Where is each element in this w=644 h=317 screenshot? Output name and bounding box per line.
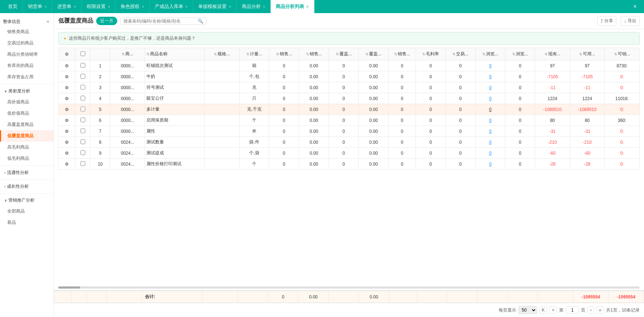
cell-browse1[interactable]: 0 [475,137,505,148]
export-button[interactable]: ↓ 导出 [621,16,640,26]
row-checkbox[interactable] [80,107,85,111]
row-checkbox[interactable] [80,96,85,100]
cell-browse1[interactable]: 0 [475,126,505,137]
search-icon[interactable]: 🔍 [198,19,203,24]
cell-settings[interactable]: ⚙ [59,60,75,71]
nav-templates-close[interactable]: × [229,4,231,9]
cell-check[interactable] [75,126,90,137]
sidebar-item-stock-goods[interactable]: 有库存的商品 [0,60,54,71]
col-header-cover-qty[interactable]: ⇅覆盖... [329,48,359,60]
cell-settings[interactable]: ⚙ [59,137,75,148]
first-page-btn[interactable]: K [539,306,547,314]
sidebar-item-new-goods[interactable]: 新品 [0,217,54,228]
col-header-browse2[interactable]: ⇅浏览... [505,48,535,60]
col-header-avail[interactable]: ⇅可用... [570,48,605,60]
row-checkbox[interactable] [80,161,85,166]
cell-check[interactable] [75,82,90,93]
cell-browse1[interactable]: 0 [475,82,505,93]
horizontal-scrollbar[interactable] [58,286,640,289]
nav-permissions-close[interactable]: × [108,4,110,9]
col-header-browse1[interactable]: ⇅浏览... [475,48,505,60]
nav-purchase-close[interactable]: × [74,4,76,9]
cell-settings[interactable]: ⚙ [59,159,75,170]
cell-settings[interactable]: ⚙ [59,93,75,104]
cell-settings[interactable]: ⚙ [59,115,75,126]
col-header-spec[interactable]: ⇅规格... [205,48,240,60]
sidebar-item-all-goods[interactable]: 全部商品 [0,206,54,217]
cell-check[interactable] [75,104,90,115]
nav-products-in-close[interactable]: × [185,4,188,9]
cell-settings[interactable]: ⚙ [59,126,75,137]
sidebar-item-low-profit[interactable]: 低毛利商品 [0,153,54,164]
search-input[interactable] [123,19,196,24]
col-header-cover-amt[interactable]: ⇅覆盖... [359,48,389,60]
share-button[interactable]: ⤴ 分享 [597,16,616,26]
nav-products-in[interactable]: 产成品入库单 × [150,0,193,13]
cell-settings[interactable]: ⚙ [59,71,75,82]
cell-check[interactable] [75,148,90,159]
cell-browse1[interactable]: 0 [475,71,505,82]
sidebar-item-low-value[interactable]: 低价值商品 [0,108,54,119]
sidebar-item-low-cover[interactable]: 低覆盖度商品 [0,130,54,142]
window-close[interactable]: × [629,3,641,10]
per-page-select[interactable]: 50 20 100 200 [518,306,537,314]
nav-sales[interactable]: 销货单 × [23,0,52,13]
table-container[interactable]: ⚙ ⇅商... ⇅商品名称 ⇅规格... ⇅计量... ⇅销售... ⇅销售..… [54,48,644,285]
col-header-sales-amt[interactable]: ⇅销售... [299,48,329,60]
cell-browse1[interactable]: 0 [475,148,505,159]
sidebar-section-marketing[interactable]: ∨ 营销推广分析 [0,195,54,206]
sidebar-item-category-rate[interactable]: 商品分类动销率 [0,49,54,60]
prev-page-btn[interactable]: < [549,306,557,314]
sidebar-item-sales-goods[interactable]: 销售类商品 [0,26,54,37]
select-all-checkbox[interactable] [80,51,85,56]
col-header-sales-qty[interactable]: ⇅销售... [269,48,299,60]
nav-purchase[interactable]: 进货单 × [52,0,81,13]
nav-analysis-close[interactable]: × [263,4,265,9]
nav-sales-close[interactable]: × [44,4,47,9]
col-header-gross[interactable]: ⇅毛利率 [416,48,445,60]
nav-analysis[interactable]: 商品分析 × [237,0,271,13]
row-checkbox[interactable] [80,139,85,144]
sidebar-item-traded-goods[interactable]: 交易过的商品 [0,37,54,49]
cell-browse1[interactable]: 0 [475,60,505,71]
cell-settings[interactable]: ⚙ [59,104,75,115]
last-page-btn[interactable]: » [596,306,604,314]
col-header-name[interactable]: ⇅商品名称 [145,48,205,60]
cell-check[interactable] [75,115,90,126]
sidebar-section-circulation[interactable]: › 流通性分析 [0,167,54,178]
row-checkbox[interactable] [80,85,85,90]
sidebar-item-high-cover[interactable]: 高覆盖度商品 [0,119,54,130]
next-page-btn[interactable]: › [588,306,594,314]
row-checkbox[interactable] [80,74,85,79]
col-header-code[interactable]: ⇅商... [110,48,145,60]
period-button[interactable]: 近一月 [96,17,117,25]
sidebar-item-high-profit[interactable]: 高毛利商品 [0,142,54,153]
col-header-check[interactable] [75,48,90,60]
sidebar-overall[interactable]: 整体信息 [3,19,20,25]
cell-check[interactable] [75,60,90,71]
cell-check[interactable] [75,159,90,170]
cell-check[interactable] [75,137,90,148]
page-input[interactable] [566,306,579,314]
col-header-sales-cnt[interactable]: ⇅销售... [388,48,416,60]
sidebar-item-high-value[interactable]: 高价值商品 [0,96,54,108]
scrollbar-thumb[interactable] [58,286,80,289]
col-header-unit[interactable]: ⇅计量... [239,48,269,60]
sidebar-section-growth[interactable]: › 成长性分析 [0,181,54,192]
cell-browse1[interactable]: 0 [475,104,505,115]
cell-settings[interactable]: ⚙ [59,82,75,93]
nav-roles-close[interactable]: × [142,4,144,9]
sidebar-item-stock-capital[interactable]: 库存资金占用 [0,71,54,83]
nav-analysis-list[interactable]: 商品分析列表 × [271,0,314,13]
cell-browse1[interactable]: 0 [475,93,505,104]
nav-roles[interactable]: 角色授权 × [115,0,149,13]
nav-home[interactable]: 首页 [3,0,23,13]
row-checkbox[interactable] [80,63,85,68]
cell-check[interactable] [75,71,90,82]
row-checkbox[interactable] [80,118,85,122]
cell-browse1[interactable]: 0 [475,159,505,170]
sidebar-collapse-btn[interactable]: « [45,18,51,25]
cell-browse1[interactable]: 0 [475,115,505,126]
nav-analysis-list-close[interactable]: × [306,4,309,9]
row-checkbox[interactable] [80,150,85,155]
